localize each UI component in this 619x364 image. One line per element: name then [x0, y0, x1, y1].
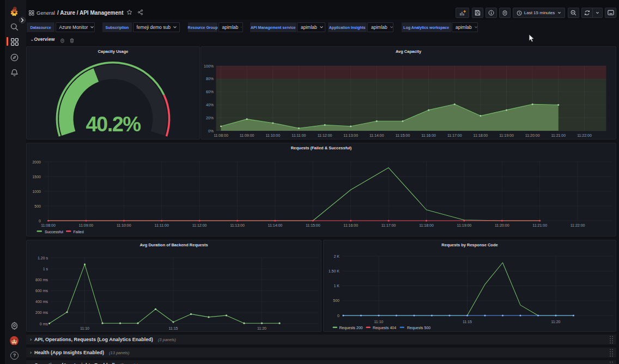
svg-text:60%: 60% [206, 90, 214, 94]
svg-text:11:10: 11:10 [374, 320, 384, 324]
svg-text:500: 500 [333, 299, 339, 302]
svg-text:20%: 20% [206, 116, 214, 120]
svg-text:11:15: 11:15 [463, 320, 472, 324]
svg-text:11:20: 11:20 [551, 320, 561, 324]
svg-text:11:08:00: 11:08:00 [41, 223, 56, 227]
svg-text:800 ms: 800 ms [35, 278, 48, 282]
svg-text:1000: 1000 [32, 190, 41, 193]
svg-text:11:20:00: 11:20:00 [495, 223, 509, 227]
svg-text:11:18:00: 11:18:00 [419, 223, 434, 227]
svg-text:11:10:00: 11:10:00 [117, 223, 131, 227]
svg-text:11:16:00: 11:16:00 [343, 223, 358, 227]
svg-text:600 ms: 600 ms [35, 289, 48, 293]
svg-text:11:22:00: 11:22:00 [571, 223, 585, 227]
svg-text:11:15:00: 11:15:00 [306, 223, 320, 227]
svg-text:1 K: 1 K [333, 284, 339, 288]
svg-text:500: 500 [34, 204, 41, 208]
svg-text:11:19:00: 11:19:00 [457, 223, 472, 227]
svg-text:1 s: 1 s [43, 267, 48, 271]
svg-text:Successful: Successful [45, 230, 63, 234]
svg-text:200 ms: 200 ms [35, 311, 48, 314]
svg-text:11:09:00: 11:09:00 [79, 223, 94, 227]
svg-text:11:14:00: 11:14:00 [369, 134, 384, 137]
svg-text:Requests 500: Requests 500 [407, 326, 430, 330]
svg-text:11:15:00: 11:15:00 [396, 134, 410, 137]
svg-text:11:10: 11:10 [80, 326, 89, 330]
svg-text:0: 0 [337, 314, 339, 318]
svg-text:11:13:00: 11:13:00 [230, 223, 245, 227]
svg-text:11:15: 11:15 [169, 326, 178, 330]
svg-text:11:11:00: 11:11:00 [292, 134, 306, 137]
svg-text:2000: 2000 [32, 160, 41, 164]
svg-text:400 ms: 400 ms [35, 300, 48, 304]
svg-text:11:20:00: 11:20:00 [525, 134, 540, 137]
svg-text:11:17:00: 11:17:00 [381, 223, 396, 227]
svg-text:11:12:00: 11:12:00 [318, 134, 332, 137]
svg-text:0%: 0% [208, 129, 214, 133]
svg-text:11:22:00: 11:22:00 [577, 134, 592, 137]
svg-text:11:08:00: 11:08:00 [214, 134, 228, 137]
svg-text:11:11:00: 11:11:00 [155, 223, 169, 227]
svg-text:11:16:00: 11:16:00 [421, 134, 436, 137]
svg-text:Requests 404: Requests 404 [373, 326, 396, 330]
svg-text:1500: 1500 [32, 175, 41, 179]
svg-text:11:21:00: 11:21:00 [532, 223, 547, 227]
svg-text:0: 0 [39, 219, 41, 223]
svg-text:40.2%: 40.2% [86, 113, 141, 136]
svg-text:2 K: 2 K [333, 254, 339, 258]
svg-text:0 ms: 0 ms [40, 322, 48, 326]
svg-text:11:12:00: 11:12:00 [192, 223, 207, 227]
svg-text:100%: 100% [204, 64, 214, 68]
svg-text:11:21:00: 11:21:00 [551, 134, 566, 137]
svg-text:11:14:00: 11:14:00 [268, 223, 283, 227]
svg-text:Failed: Failed [74, 230, 84, 234]
svg-text:11:10:00: 11:10:00 [265, 134, 280, 137]
svg-text:40%: 40% [206, 103, 214, 107]
svg-text:11:09:00: 11:09:00 [240, 134, 254, 137]
svg-text:Requests 200: Requests 200 [339, 326, 363, 330]
svg-text:11:13:00: 11:13:00 [343, 134, 358, 137]
svg-text:11:19:00: 11:19:00 [499, 134, 514, 137]
svg-text:11:20: 11:20 [257, 326, 266, 330]
svg-text:80%: 80% [206, 77, 214, 81]
svg-text:1.20 s: 1.20 s [38, 256, 48, 260]
svg-text:11:18:00: 11:18:00 [474, 134, 488, 137]
svg-text:1.50 K: 1.50 K [329, 269, 340, 273]
svg-text:11:17:00: 11:17:00 [447, 134, 462, 137]
